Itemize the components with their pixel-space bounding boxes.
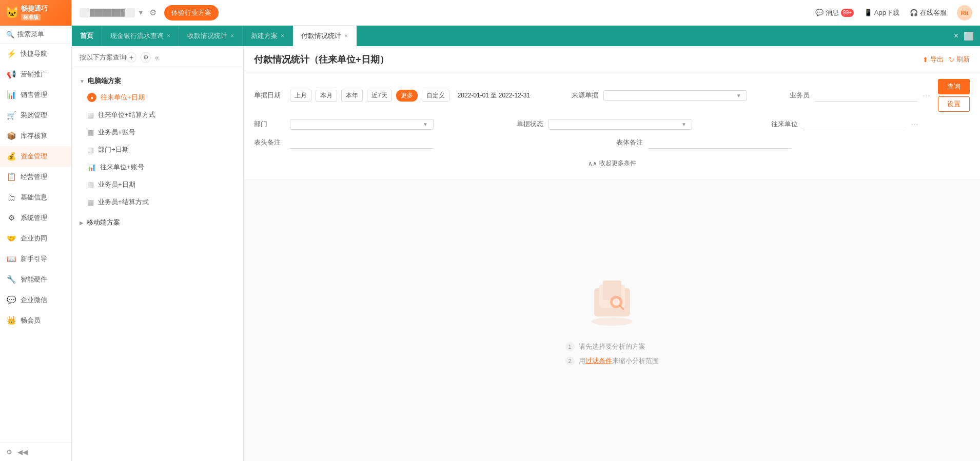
online-service-label: 在线客服 bbox=[920, 8, 947, 17]
scheme-desktop-section: ▼ 电脑端方案 ● 往来单位+日期 ▦ 往来单位+结算方式 ▦ 业务员+账号 ▦ bbox=[72, 69, 243, 215]
empty-tips: 1 请先选择要分析的方案 2 用过滤条件来缩小分析范围 bbox=[565, 342, 659, 371]
tab-new-scheme-close-icon[interactable]: × bbox=[281, 32, 284, 39]
scheme-item-partner-account[interactable]: 📊 往来单位+账号 bbox=[72, 158, 243, 176]
body-note-input[interactable] bbox=[648, 136, 792, 149]
tab-income-stat[interactable]: 收款情况统计 × bbox=[179, 26, 243, 46]
tab-payment-stat[interactable]: 付款情况统计 × bbox=[293, 26, 357, 46]
scheme-item-staff-account[interactable]: ▦ 业务员+账号 bbox=[72, 124, 243, 141]
sidebar-item-label: 智能硬件 bbox=[21, 275, 47, 284]
company-dropdown[interactable]: ████████ ▼ bbox=[80, 8, 144, 17]
doc-status-select[interactable]: ▼ bbox=[548, 119, 692, 130]
scheme-mobile-section[interactable]: ▶ 移动端方案 bbox=[72, 215, 243, 230]
sidebar-footer: ⚙ ◀◀ bbox=[0, 443, 71, 461]
scheme-desktop-title[interactable]: ▼ 电脑端方案 bbox=[72, 73, 243, 89]
sidebar-item-finance[interactable]: 💰 资金管理 bbox=[0, 146, 71, 167]
tab-close-all-icon[interactable]: × bbox=[954, 31, 958, 41]
page-title: 付款情况统计（往来单位+日期） bbox=[254, 53, 923, 66]
content-area: 按以下方案查询 + ⚙ « ▼ 电脑端方案 ● 往来单位+日期 ▦ bbox=[72, 46, 980, 461]
sidebar-item-wechat[interactable]: 💬 企业微信 bbox=[0, 290, 71, 310]
sidebar-header: 🐱 畅捷通巧 标准版 bbox=[0, 0, 71, 26]
sidebar-collapse-icon[interactable]: ◀◀ bbox=[17, 448, 28, 456]
cooperation-icon: 🤝 bbox=[6, 233, 16, 244]
empty-state: 1 请先选择要分析的方案 2 用过滤条件来缩小分析范围 bbox=[244, 180, 980, 461]
mobile-arrow-icon: ▶ bbox=[80, 220, 84, 226]
scheme-add-icon[interactable]: + bbox=[126, 52, 136, 63]
topbar-gear-icon[interactable]: ⚙ bbox=[149, 8, 156, 17]
sidebar-item-guide[interactable]: 📖 新手引导 bbox=[0, 249, 71, 269]
sidebar-item-operations[interactable]: 📋 经营管理 bbox=[0, 167, 71, 187]
collapse-up-icon: ∧∧ bbox=[588, 160, 597, 167]
scheme-item-partner-settlement[interactable]: ▦ 往来单位+结算方式 bbox=[72, 106, 243, 124]
sidebar-item-quick-nav[interactable]: ⚡ 快捷导航 bbox=[0, 44, 71, 64]
query-button[interactable]: 查询 bbox=[938, 79, 970, 94]
date-btn-7days[interactable]: 近7天 bbox=[367, 90, 392, 102]
search-menu[interactable]: 🔍 搜索菜单 bbox=[0, 26, 71, 44]
doc-status-dropdown-icon: ▼ bbox=[681, 122, 687, 127]
tab-income-stat-close-icon[interactable]: × bbox=[230, 32, 234, 39]
service-icon: 🎧 bbox=[910, 9, 918, 16]
scheme-item-label: 往来单位+日期 bbox=[101, 93, 145, 102]
logo-icon: 🐱 bbox=[5, 6, 19, 19]
filter-row-3: 表头备注 表体备注 bbox=[254, 136, 970, 149]
date-btn-custom[interactable]: 自定义 bbox=[422, 90, 449, 102]
sidebar-item-label: 营销推广 bbox=[21, 70, 47, 79]
sidebar-item-sales[interactable]: 📊 销售管理 bbox=[0, 85, 71, 105]
sidebar-item-label: 经营管理 bbox=[21, 172, 47, 182]
doc-status-label: 单据状态 bbox=[513, 119, 543, 129]
online-service-button[interactable]: 🎧 在线客服 bbox=[910, 8, 947, 17]
scheme-chart-icon: 📊 bbox=[87, 163, 96, 171]
settings-button[interactable]: 设置 bbox=[938, 96, 970, 112]
partner-input[interactable] bbox=[803, 118, 906, 130]
tab-new-scheme[interactable]: 新建方案 × bbox=[243, 26, 293, 46]
sidebar-item-hardware[interactable]: 🔧 智能硬件 bbox=[0, 269, 71, 290]
sidebar-item-basic-info[interactable]: 🗂 基础信息 bbox=[0, 187, 71, 208]
tabbar: 首页 现金银行流水查询 × 收款情况统计 × 新建方案 × 付款情况统计 × ×… bbox=[72, 26, 980, 46]
dept-label: 部门 bbox=[254, 119, 285, 129]
source-select[interactable]: ▼ bbox=[603, 90, 747, 101]
scheme-item-staff-date[interactable]: ▦ 业务员+日期 bbox=[72, 176, 243, 193]
tab-bank-flow[interactable]: 现金银行流水查询 × bbox=[102, 26, 179, 46]
staff-more-icon[interactable]: ··· bbox=[923, 90, 930, 101]
sidebar-item-marketing[interactable]: 📢 营销推广 bbox=[0, 64, 71, 85]
date-btn-more[interactable]: 更多 bbox=[396, 90, 418, 102]
scheme-item-dept-date[interactable]: ▦ 部门+日期 bbox=[72, 141, 243, 158]
collapse-conditions-button[interactable]: ∧∧ 收起更多条件 bbox=[588, 155, 636, 172]
sidebar-item-system[interactable]: ⚙ 系统管理 bbox=[0, 208, 71, 228]
trial-button[interactable]: 体验行业方案 bbox=[164, 5, 219, 21]
app-download-button[interactable]: 📱 App下载 bbox=[864, 8, 899, 17]
staff-label: 业务员 bbox=[784, 91, 810, 100]
sidebar-item-label: 库存核算 bbox=[21, 131, 47, 141]
export-button[interactable]: ⬆ 导出 bbox=[923, 55, 944, 64]
tip-text-1: 请先选择要分析的方案 bbox=[579, 342, 645, 351]
mobile-title-label: 移动端方案 bbox=[87, 218, 120, 227]
settings-icon[interactable]: ⚙ bbox=[6, 448, 12, 456]
dept-select[interactable]: ▼ bbox=[290, 119, 434, 130]
scheme-settings-icon[interactable]: ⚙ bbox=[141, 52, 151, 63]
export-label: 导出 bbox=[930, 55, 944, 64]
topbar-right: 💬 消息 99+ 📱 App下载 🎧 在线客服 Rit bbox=[815, 5, 972, 21]
date-btn-this-year[interactable]: 本年 bbox=[341, 90, 363, 102]
tab-expand-icon[interactable]: ⬜ bbox=[964, 31, 974, 41]
user-avatar[interactable]: Rit bbox=[957, 5, 972, 21]
partner-more-icon[interactable]: ··· bbox=[911, 119, 918, 130]
tab-payment-stat-close-icon[interactable]: × bbox=[344, 32, 348, 39]
scheme-item-partner-date[interactable]: ● 往来单位+日期 bbox=[72, 89, 243, 106]
tab-bank-flow-close-icon[interactable]: × bbox=[167, 32, 170, 39]
sidebar-item-vip[interactable]: 👑 畅会员 bbox=[0, 310, 71, 331]
sidebar-item-label: 基础信息 bbox=[21, 193, 47, 202]
scheme-item-staff-settlement[interactable]: ▦ 业务员+结算方式 bbox=[72, 193, 243, 211]
filter-condition-link[interactable]: 过滤条件 bbox=[585, 357, 612, 365]
refresh-button[interactable]: ↻ 刷新 bbox=[949, 55, 970, 64]
date-btn-this-month[interactable]: 本月 bbox=[316, 90, 337, 102]
scheme-collapse-icon[interactable]: « bbox=[155, 53, 159, 62]
tab-home[interactable]: 首页 bbox=[72, 26, 102, 46]
header-note-input[interactable] bbox=[290, 136, 434, 149]
sidebar-item-cooperation[interactable]: 🤝 企业协同 bbox=[0, 228, 71, 249]
desktop-arrow-icon: ▼ bbox=[80, 78, 85, 84]
sidebar-item-inventory[interactable]: 📦 库存核算 bbox=[0, 126, 71, 146]
main-area: ████████ ▼ ⚙ 体验行业方案 💬 消息 99+ 📱 App下载 🎧 在… bbox=[72, 0, 980, 461]
message-button[interactable]: 💬 消息 99+ bbox=[815, 8, 854, 17]
staff-input[interactable] bbox=[815, 89, 917, 102]
sidebar-item-purchase[interactable]: 🛒 采购管理 bbox=[0, 105, 71, 126]
date-btn-last-month[interactable]: 上月 bbox=[290, 90, 311, 102]
